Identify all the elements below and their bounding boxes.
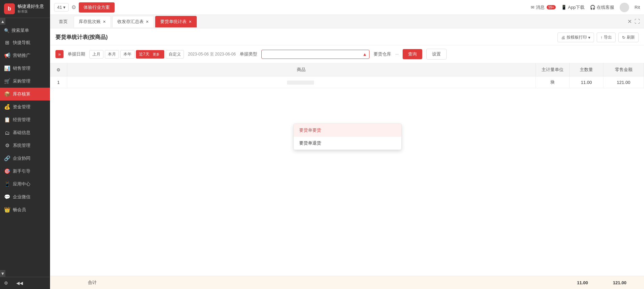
sidebar-item-apps[interactable]: 📱 应用中心 (0, 178, 50, 191)
sidebar-item-label: 销售管理 (13, 65, 30, 71)
sidebar-settings-icon[interactable]: ⚙ (4, 281, 8, 286)
store-selector[interactable]: 41 ▾ (54, 3, 69, 12)
online-service-button[interactable]: 🎧 在线客服 (590, 4, 614, 10)
tab-order-summary-close[interactable]: ✕ (189, 20, 192, 24)
settings-button[interactable]: 设置 (426, 49, 447, 60)
topbar: 41 ▾ ⚙ 体验行业方案 ✉ 消息 99+ 📱 App下载 🎧 在线客服 Ri… (50, 0, 644, 15)
tabbar: 首页 库存批次账 ✕ 收发存汇总表 ✕ 要货单统计表 ✕ ✕ ⛶ (50, 15, 644, 28)
tab-home[interactable]: 首页 (54, 16, 72, 27)
query-button[interactable]: 查询 (403, 49, 422, 59)
cell-goods (67, 76, 536, 88)
tab-batch-account-close[interactable]: ✕ (103, 20, 106, 24)
sidebar-item-operation[interactable]: 📋 经营管理 (0, 113, 50, 126)
tab-collection-summary[interactable]: 收发存汇总表 ✕ (112, 16, 154, 27)
col-amount: 零售金额 (603, 63, 644, 76)
refresh-label: 刷新 (627, 35, 635, 40)
sidebar-item-enterprise[interactable]: 🔗 企业协同 (0, 152, 50, 165)
apps-icon: 📱 (4, 181, 10, 187)
refresh-button[interactable]: ↻ 刷新 (618, 32, 639, 42)
warehouse-more-button[interactable]: ··· (395, 52, 399, 57)
date-more-badge: 更多 (151, 52, 161, 57)
sidebar-item-basic[interactable]: 🗂 基础信息 (0, 126, 50, 139)
inventory-icon: 📦 (4, 91, 10, 97)
col-goods: 商品 (67, 63, 536, 76)
data-table: ⚙ 商品 主计量单位 主数量 零售金额 1 块 (50, 63, 644, 88)
dropdown-item-order-goods[interactable]: 要货单要货 (294, 124, 401, 137)
topbar-settings-icon[interactable]: ⚙ (71, 4, 76, 10)
app-brand-name: 畅捷通好生意 (18, 4, 44, 9)
filter-expand-button[interactable]: » (55, 50, 64, 58)
print-label: 按模板打印 (567, 35, 587, 40)
sidebar-item-label: 营销推广 (13, 52, 30, 59)
app-download-label: App下载 (568, 4, 585, 10)
date-btn-last-7days[interactable]: 近7天 更多 (136, 50, 164, 59)
sidebar-item-label: 基础信息 (13, 130, 30, 136)
sidebar-item-finance[interactable]: 💰 资金管理 (0, 101, 50, 113)
sidebar-item-sales[interactable]: 📊 销售管理 (0, 62, 50, 75)
tab-home-label: 首页 (59, 19, 68, 25)
type-dropdown-toggle[interactable]: ▲ (363, 52, 367, 57)
expand-icon: » (58, 51, 61, 57)
search-icon: 🔍 (4, 28, 9, 33)
sidebar-item-newbie[interactable]: 🎯 新手引导 (0, 165, 50, 178)
page-content: 要货单统计表(按商品) 🖨 按模板打印 ▾ ↑ 导出 ↻ 刷新 (50, 28, 644, 289)
cell-amount: 121.00 (603, 76, 644, 88)
sidebar-item-wechat[interactable]: 💬 企业微信 (0, 191, 50, 203)
export-icon: ↑ (600, 35, 602, 40)
wechat-icon: 💬 (4, 194, 10, 200)
sidebar-item-label: 畅会员 (13, 207, 26, 213)
type-dropdown-menu: 要货单要货 要货单退货 (293, 124, 402, 150)
date-btn-this-month[interactable]: 本月 (105, 50, 119, 59)
page-header: 要货单统计表(按商品) 🖨 按模板打印 ▾ ↑ 导出 ↻ 刷新 (50, 28, 644, 45)
filter-bar: » 单据日期 上月 本月 本年 近7天 更多 自定义 2023-05-06 至 … (50, 45, 644, 63)
tab-close-all-icon[interactable]: ✕ (627, 18, 632, 25)
tab-collection-summary-close[interactable]: ✕ (146, 20, 149, 24)
sidebar-scroll-up[interactable]: ▲ (0, 18, 5, 25)
sidebar-search[interactable]: 🔍 搜索菜单 (0, 25, 50, 36)
store-dropdown-icon: ▾ (63, 5, 66, 10)
tab-batch-account[interactable]: 库存批次账 ✕ (74, 16, 111, 27)
sidebar-item-system[interactable]: ⚙ 系统管理 (0, 139, 50, 152)
dropdown-item-order-return[interactable]: 要货单退货 (294, 137, 401, 150)
date-range-display: 2023-05-06 至 2023-06-06 (188, 51, 236, 57)
dropdown-item-label: 要货单退货 (299, 140, 321, 146)
print-template-button[interactable]: 🖨 按模板打印 ▾ (557, 32, 594, 42)
quick-nav-icon: ⊞ (4, 40, 10, 46)
col-settings[interactable]: ⚙ (50, 63, 67, 76)
sidebar-item-vip[interactable]: 👑 畅会员 (0, 203, 50, 216)
sidebar-item-quick-nav[interactable]: ⊞ 快捷导航 (0, 36, 50, 49)
sidebar-item-inventory[interactable]: 📦 库存核算 (0, 88, 50, 101)
user-avatar[interactable] (620, 3, 629, 12)
message-badge: 99+ (547, 5, 556, 9)
sidebar-item-marketing[interactable]: 📢 营销推广 (0, 49, 50, 62)
marketing-icon: 📢 (4, 52, 10, 59)
sales-icon: 📊 (4, 65, 10, 71)
sidebar-nav: ⊞ 快捷导航 📢 营销推广 📊 销售管理 🛒 采购管理 📦 库存核算 💰 资金管… (0, 36, 50, 270)
date-btn-last-month[interactable]: 上月 (89, 50, 103, 59)
sidebar-collapse-icon[interactable]: ◀◀ (16, 281, 23, 286)
tab-order-summary[interactable]: 要货单统计表 ✕ (155, 16, 197, 27)
tab-fullscreen-icon[interactable]: ⛶ (635, 19, 640, 25)
page-actions: 🖨 按模板打印 ▾ ↑ 导出 ↻ 刷新 (557, 32, 639, 42)
operation-icon: 📋 (4, 117, 10, 123)
export-button[interactable]: ↑ 导出 (597, 32, 616, 42)
sidebar-item-label: 新手引导 (13, 168, 30, 174)
message-button[interactable]: ✉ 消息 99+ (531, 4, 556, 10)
column-settings-icon[interactable]: ⚙ (56, 67, 61, 72)
sidebar-scroll-down[interactable]: ▼ (0, 270, 5, 277)
warehouse-filter-label: 要货仓库 (374, 51, 391, 57)
sidebar-item-purchase[interactable]: 🛒 采购管理 (0, 75, 50, 88)
sidebar-item-label: 采购管理 (13, 78, 30, 84)
app-logo-icon: b (4, 3, 15, 14)
date-btn-this-year[interactable]: 本年 (120, 50, 135, 59)
trial-button[interactable]: 体验行业方案 (79, 2, 115, 13)
enterprise-icon: 🔗 (4, 155, 10, 161)
type-filter-input[interactable] (261, 50, 369, 59)
app-download-button[interactable]: 📱 App下载 (561, 4, 585, 10)
table-header-row: ⚙ 商品 主计量单位 主数量 零售金额 (50, 63, 644, 76)
sidebar-search-label: 搜索菜单 (11, 27, 29, 34)
type-filter-label: 单据类型 (240, 51, 257, 57)
topbar-left: 41 ▾ ⚙ 体验行业方案 (54, 2, 528, 13)
date-custom-button[interactable]: 自定义 (166, 50, 184, 59)
newbie-icon: 🎯 (4, 168, 10, 174)
